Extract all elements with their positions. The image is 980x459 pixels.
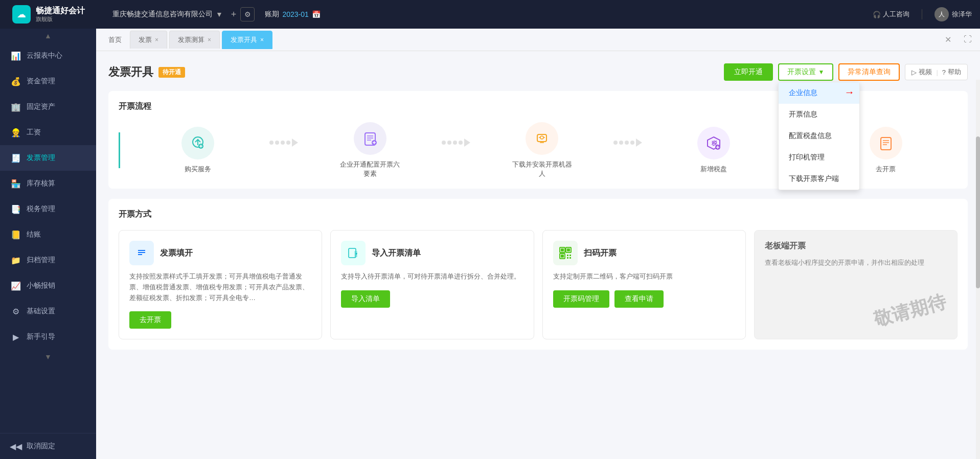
svg-rect-40 [569,255,571,256]
red-arrow-icon: → [844,86,854,98]
step2-label: 企业开通配置开票六要素 [339,160,401,178]
scrollbar-thumb[interactable] [976,136,980,288]
top-bar-center: 重庆畅捷交通信息咨询有限公司 ▼ + ⚙ 账期 2023-01 📅 [97,7,873,21]
user-avatar: 人 [935,7,949,21]
sidebar-label-expense: 小畅报销 [27,281,55,290]
sidebar-label-cloud-reports: 云报表中心 [27,51,62,60]
sidebar-item-settings[interactable]: ⚙ 基础设置 [0,299,96,324]
logo-title: 畅捷通好会计 [36,6,85,15]
sidebar-label-guide: 新手引导 [27,332,55,341]
step1-icon [181,127,214,159]
sidebar-label-salary: 工资 [27,128,41,137]
tab-bar-expand-icon[interactable]: ⛶ [960,33,976,47]
billing-card-2-title: 导入开票清单 [372,248,421,259]
settlement-icon: 📒 [10,229,21,240]
sidebar-label-archive: 归档管理 [27,256,55,265]
logo-subtitle: 旗舰版 [36,15,85,23]
flow-step-3: 下载并安装开票机器人 [470,122,613,178]
tab-invoice[interactable]: 发票 × [130,31,167,49]
sidebar-scroll-down[interactable]: ▼ [0,350,96,364]
guide-icon: ▶ [10,331,21,342]
sidebar-label-invoice: 发票管理 [27,153,55,163]
sidebar-item-settlement[interactable]: 📒 结账 [0,222,96,247]
tab-invoice-calc-close[interactable]: × [208,36,211,43]
view-application-button[interactable]: 查看申请 [614,290,664,308]
play-icon: ▷ [911,68,917,76]
tab-invoice-calc[interactable]: 发票测算 × [169,31,220,49]
settings-button[interactable]: ⚙ [240,7,255,21]
sidebar-item-expense[interactable]: 📈 小畅报销 [0,273,96,299]
page-title-text: 发票开具 [108,64,153,80]
company-selector[interactable]: 重庆畅捷交通信息咨询有限公司 ▼ [112,10,223,19]
dropdown-item-printer[interactable]: 打印机管理 [779,147,859,168]
step4-label: 新增税盘 [700,165,727,174]
sidebar-label-fund: 资金管理 [27,77,55,86]
calendar-icon[interactable]: 📅 [312,10,321,18]
billing-card-4-header: 老板端开票 [765,241,947,251]
dropdown-item-tax-config[interactable]: 配置税盘信息 [779,125,859,147]
company-name: 重庆畅捷交通信息咨询有限公司 [112,10,213,19]
abnormal-list-button[interactable]: 异常清单查询 [838,63,900,81]
settings-button[interactable]: 开票设置 ▼ [778,63,833,81]
svg-point-13 [540,136,543,139]
logo-icon: ☁ [12,5,31,24]
sidebar-item-invoice-management[interactable]: 🧾 发票管理 [0,145,96,171]
flow-step-2: 企业开通配置开票六要素 [298,122,441,178]
step5-label: 去开票 [876,165,896,174]
svg-rect-38 [561,255,564,258]
flow-step-4: 税 新增税盘 [642,127,785,174]
step1-label: 购买服务 [185,165,211,174]
tab-home[interactable]: 首页 [100,31,130,49]
cloud-reports-icon: 📊 [10,50,21,61]
tab-invoice-issue[interactable]: 发票开具 × [222,31,272,49]
sidebar-item-inventory[interactable]: 🏪 库存核算 [0,171,96,196]
qr-code-manage-button[interactable]: 开票码管理 [553,290,609,308]
sidebar-label-fixed-assets: 固定资产 [27,102,55,111]
billing-card-1-icon [129,241,154,265]
dropdown-item-company-info[interactable]: 企业信息 → [779,82,859,104]
inventory-icon: 🏪 [10,178,21,189]
settings-dropdown-menu: 企业信息 → 开票信息 配置税盘信息 [778,82,860,190]
sidebar-label-settlement: 结账 [27,230,41,239]
billing-card-2-icon [341,241,366,265]
top-bar: ☁ 畅捷通好会计 旗舰版 重庆畅捷交通信息咨询有限公司 ▼ + ⚙ 账期 202… [0,0,980,29]
dropdown-item-invoice-info[interactable]: 开票信息 [779,104,859,125]
tab-invoice-close[interactable]: × [155,36,158,43]
svg-rect-39 [567,255,568,256]
sidebar-item-guide[interactable]: ▶ 新手引导 [0,324,96,350]
sidebar-item-tax-management[interactable]: 📑 税务管理 [0,196,96,222]
connector2 [442,139,470,147]
consultation-button[interactable]: 🎧 人工咨询 [873,10,909,19]
logo-area: ☁ 畅捷通好会计 旗舰版 [8,5,89,24]
sidebar-scroll-up[interactable]: ▲ [0,29,96,43]
svg-rect-36 [561,248,564,251]
sidebar-item-unpin[interactable]: ◀◀ 取消固定 [0,433,96,459]
invoice-icon: 🧾 [10,152,21,164]
settings-button-label: 开票设置 [787,67,816,77]
add-company-button[interactable]: + [231,9,237,20]
tab-bar-close-icon[interactable]: ✕ [941,33,955,47]
import-list-button[interactable]: 导入清单 [341,290,390,308]
user-area[interactable]: 人 徐泽华 [935,7,972,21]
sidebar-item-archive[interactable]: 📁 归档管理 [0,247,96,273]
help-button[interactable]: 帮助 [948,67,961,77]
sidebar-item-salary[interactable]: 👷 工资 [0,120,96,145]
billing-card-qr: 扫码开票 支持定制开票二维码，客户端可扫码开票 开票码管理 查看申请 [542,230,746,339]
tab-invoice-label: 发票 [139,35,152,44]
manual-invoice-button[interactable]: 去开票 [129,311,171,329]
sidebar-item-cloud-reports[interactable]: 📊 云报表中心 [0,43,96,68]
sidebar-item-fund-management[interactable]: 💰 资金管理 [0,68,96,94]
tab-invoice-issue-close[interactable]: × [260,36,264,43]
svg-rect-37 [567,248,570,251]
svg-rect-12 [537,134,546,142]
unpin-icon: ◀◀ [10,441,21,452]
period-label: 账期 [265,10,279,19]
step3-label: 下载并安装开票机器人 [511,160,573,178]
activate-button[interactable]: 立即开通 [724,63,773,81]
video-button[interactable]: 视频 [919,67,932,77]
flow-step-border [119,132,126,168]
sidebar-item-fixed-assets[interactable]: 🏢 固定资产 [0,94,96,120]
billing-card-import: 导入开票清单 支持导入待开票清单，可对待开票清单进行拆分、合并处理。 导入清单 [330,230,534,339]
page-title-area: 发票开具 待开通 [108,64,185,80]
dropdown-item-download-client[interactable]: 下载开票客户端 [779,168,859,190]
